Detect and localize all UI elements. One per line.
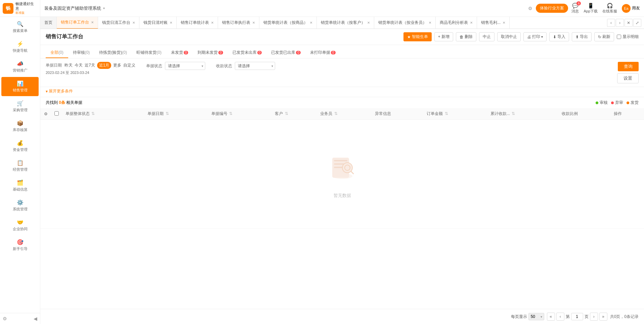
smart-btn[interactable]: ★ 智能生单 [403,32,432,41]
sidebar-item-marketing[interactable]: 📣 营销推广 [1,57,39,76]
tab-sales-workbench[interactable]: 销售订单工作台 ✕ [57,17,98,29]
sort-icon-status[interactable]: ⇅ [91,111,95,116]
sub-tab-unprinted[interactable]: 未打印单据0 [305,48,340,58]
sub-tab-all[interactable]: 全部(0) [46,48,68,58]
sub-tab-shipped-out[interactable]: 已发货已出库0 [266,48,305,58]
col-settings-icon[interactable]: ⚙ [44,112,48,116]
tab-sales-summary-customer[interactable]: 销货单统计表（按客户） ✕ [317,17,374,29]
sidebar-item-basic[interactable]: 🗂️ 基础信息 [1,176,39,195]
sub-tab-unshipped[interactable]: 未发货0 [166,48,193,58]
show-detail-checkbox[interactable] [617,35,621,39]
sub-tab-pending-check[interactable]: 待拣货(验货)(0) [94,48,132,58]
review-action-btn[interactable]: 审核 [596,100,608,106]
date-opt-more[interactable]: 更多 [113,63,121,68]
tab-sales-more[interactable]: 销售毛利... ✕ [477,17,510,29]
page-first-btn[interactable]: « [547,313,555,321]
tab-cash-reconcile-label: 钱货日清对账 [143,20,168,26]
sidebar-item-quick-nav[interactable]: ⚡ 快捷导航 [1,37,39,56]
page-header: 销售订单工作台 ★ 智能生单 + 新增 🗑 删除 中止 取消中止 🖨 [40,29,644,45]
tabs-prev-btn[interactable]: ‹ [607,19,615,27]
date-opt-1month[interactable]: 近1月 [97,62,112,69]
sidebar-item-guide[interactable]: 🎯 新手引导 [1,236,39,255]
sidebar-item-sales[interactable]: 📊 销售管理 [1,77,39,96]
import-btn[interactable]: ⬇ 导入 [549,32,569,41]
sort-icon-date[interactable]: ⇅ [166,111,169,116]
page-prev-btn[interactable]: ‹ [556,313,564,321]
tab-cash-reconcile[interactable]: 钱货日清对账 ✕ [139,17,177,29]
messages-tool[interactable]: 💬 6 消息 [571,3,579,14]
tab-close-product[interactable]: ✕ [310,21,312,25]
tabs-expand-btn[interactable]: ⤢ [633,19,641,27]
settings-icon[interactable]: ⚙ [528,6,532,11]
user-info[interactable]: Ea 用友 [622,4,640,13]
sort-icon-received[interactable]: ⇅ [512,111,515,116]
ship-action-btn[interactable]: 发货 [627,100,639,106]
tab-goods-margin[interactable]: 商品毛利分析表 ✕ [436,17,477,29]
sidebar-settings-btn[interactable]: ⚙ [3,316,7,321]
print-btn[interactable]: 🖨 打印 ▾ [523,32,547,41]
sub-tab-shipped-not-out[interactable]: 已发货未出库0 [228,48,267,58]
status-select[interactable]: 请选择 [165,62,205,70]
select-all-checkbox[interactable] [54,111,59,116]
expand-filter-btn[interactable]: ▾ 展开更多条件 [46,88,73,94]
app-download-tool[interactable]: 📱 App下载 [584,3,598,14]
date-opt-yesterday[interactable]: 昨天 [65,63,73,68]
tab-close-sales-workbench[interactable]: ✕ [91,21,94,24]
tab-close-staff[interactable]: ✕ [429,21,431,25]
sidebar-collapse-btn[interactable]: ◀ [34,316,37,321]
tab-cash-daily[interactable]: 钱货日清工作台 ✕ [98,17,139,29]
date-opt-today[interactable]: 今天 [75,63,83,68]
tab-sales-exec[interactable]: 销售订单执行表 ✕ [218,17,259,29]
svg-rect-2 [334,160,347,161]
export-btn[interactable]: ⬆ 导出 [572,32,592,41]
tab-close-customer[interactable]: ✕ [367,21,370,25]
date-opt-7days[interactable]: 近7天 [85,63,95,68]
tab-close-sales-exec[interactable]: ✕ [252,21,255,25]
page-number-input[interactable] [571,313,583,320]
cancel-suspend-btn[interactable]: 取消中止 [497,32,521,41]
import-icon: ⬇ [553,35,556,39]
page-size-dropdown[interactable]: 10 20 50 100 [528,313,544,320]
tab-sales-summary-product[interactable]: 销货单统计表（按商品） ✕ [259,17,317,29]
tabs-next-btn[interactable]: › [616,19,624,27]
sidebar-item-operation[interactable]: 📋 经营管理 [1,156,39,175]
set-btn[interactable]: 设置 [617,73,639,83]
sort-icon-number[interactable]: ⇅ [229,111,232,116]
sidebar-item-search[interactable]: 🔍 搜索菜单 [1,17,39,37]
tab-close-sales-more[interactable]: ✕ [503,21,505,25]
sidebar-item-system[interactable]: ⚙️ 系统管理 [1,196,39,215]
sort-icon-amount[interactable]: ⇅ [445,111,448,116]
sub-tab-wangpu[interactable]: 旺铺待发货(0) [132,48,166,58]
sort-icon-salesperson[interactable]: ⇅ [334,111,338,116]
system-dropdown-arrow[interactable]: ▾ [103,6,105,10]
online-service-tool[interactable]: 🎧 在线客服 [602,3,617,14]
tab-close-cash-daily[interactable]: ✕ [132,21,135,25]
add-btn[interactable]: + 新增 [434,32,453,41]
sidebar-item-finance[interactable]: 💰 资金管理 [1,136,39,156]
tab-sales-stats[interactable]: 销售订单统计表 ✕ [177,17,218,29]
date-opt-custom[interactable]: 自定义 [123,63,135,68]
payment-select[interactable]: 请选择 [235,62,275,70]
tab-close-sales-stats[interactable]: ✕ [211,21,214,25]
tab-sales-summary-staff[interactable]: 销货单统计表（按业务员） ✕ [374,17,436,29]
page-next-btn[interactable]: › [590,313,598,321]
sidebar-item-enterprise[interactable]: 🤝 企业协同 [1,216,39,235]
delete-btn[interactable]: 🗑 删除 [456,32,476,41]
tab-close-goods-margin[interactable]: ✕ [470,21,473,25]
query-btn[interactable]: 查询 [618,62,639,71]
trial-btn[interactable]: 体验行业方案 [536,4,568,13]
tab-home[interactable]: 首页 [40,17,57,29]
sidebar-item-inventory[interactable]: 📦 库存核算 [1,117,39,136]
cancel-review-action-btn[interactable]: 弃审 [611,100,623,106]
print-dropdown-arrow[interactable]: ▾ [541,35,543,39]
page-last-btn[interactable]: » [599,313,607,321]
refresh-btn[interactable]: ↻ 刷新 [594,32,614,41]
system-name-text: 装备及固定资产辅助管理系统 [44,5,101,11]
sort-icon-customer[interactable]: ⇅ [285,111,288,116]
sidebar-item-purchase[interactable]: 🛒 采购管理 [1,97,39,116]
tabs-close-btn[interactable]: ✕ [625,19,633,27]
sub-tab-overdue[interactable]: 到期未发货0 [193,48,228,58]
suspend-btn[interactable]: 中止 [479,32,495,41]
sub-tab-pending-review[interactable]: 待审核(0) [68,48,95,58]
tab-close-cash-reconcile[interactable]: ✕ [170,21,172,25]
